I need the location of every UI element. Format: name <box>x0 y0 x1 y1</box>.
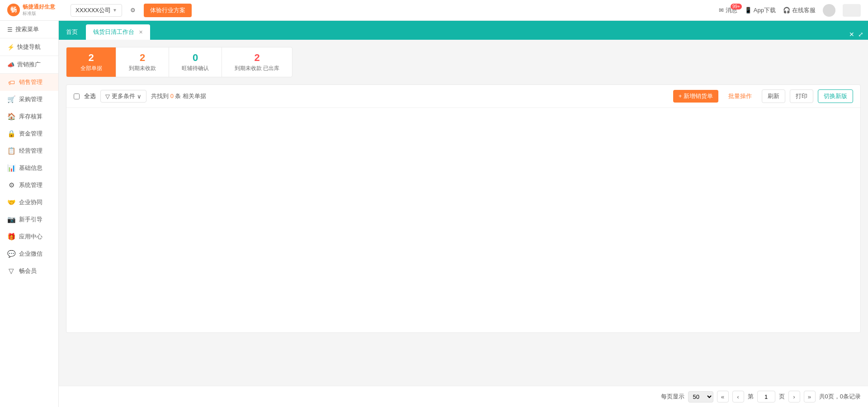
enterprise-icon: 🤝 <box>7 198 15 206</box>
sidebar-item-enterprise[interactable]: 🤝 企业协同 <box>0 194 58 211</box>
toolbar-left: 全选 ▽ 更多条件 ∨ 共找到 0 条 相关单据 <box>74 90 668 103</box>
quick-nav-icon: ⚡ <box>7 44 14 51</box>
stats-tab-overdue[interactable]: 2 到期未收款 <box>116 47 169 77</box>
app-icon: 📱 <box>745 7 752 14</box>
logo-line2: 标准版 <box>23 10 55 17</box>
marketing-btn[interactable]: 📣 营销推广 <box>0 56 58 74</box>
page-label: 第 <box>748 393 754 401</box>
service-icon: 🎧 <box>783 7 790 14</box>
logo-line1: 畅捷通好生意 <box>23 4 55 10</box>
refresh-btn[interactable]: 刷新 <box>762 89 785 103</box>
chevron-icon: ∨ <box>137 93 142 100</box>
switch-version-btn[interactable]: 切换新版 <box>818 89 853 103</box>
apps-icon: 🎁 <box>7 233 15 241</box>
company-name: XXXXXX公司 <box>75 6 111 14</box>
sidebar-item-operations[interactable]: 📋 经营管理 <box>0 142 58 159</box>
sidebar-item-wechat[interactable]: 💬 企业微信 <box>0 245 58 262</box>
top-header: 畅 畅捷通好生意 标准版 XXXXXX公司 ▼ ⚙ 体验行业方案 ✉ 消息 99… <box>0 0 868 21</box>
sidebar-item-finance[interactable]: 🔒 资金管理 <box>0 125 58 142</box>
trial-button[interactable]: 体验行业方案 <box>144 4 192 17</box>
first-page-btn[interactable]: « <box>717 391 729 402</box>
stats-shipped-label: 到期未收款 已出库 <box>235 65 279 72</box>
pagination-bar: 每页显示 50 20 100 « ‹ 第 页 › » 共0页，0条记录 <box>59 386 868 407</box>
stats-tab-shipped[interactable]: 2 到期未收款 已出库 <box>222 47 292 77</box>
guide-icon: 📷 <box>7 215 15 224</box>
marketing-icon: 📣 <box>7 61 14 68</box>
search-icon: ☰ <box>7 26 13 33</box>
message-icon: ✉ <box>719 7 724 14</box>
tab-expand-btn[interactable]: ⤢ <box>858 31 863 38</box>
online-service-button[interactable]: 🎧 在线客服 <box>783 6 816 14</box>
member-icon: ▽ <box>7 267 15 275</box>
tab-home[interactable]: 首页 <box>59 24 85 40</box>
chevron-down-icon: ▼ <box>113 8 117 13</box>
main-content: 2 全部单据 2 到期未收款 0 旺辅待确认 2 到期未收款 已出库 全选 ▽ … <box>59 40 868 407</box>
search-menu-btn[interactable]: ☰ 搜索菜单 <box>0 21 58 38</box>
stats-all-label: 全部单据 <box>79 65 103 72</box>
tab-close-window-btn[interactable]: ✕ <box>849 31 854 38</box>
page-input[interactable] <box>757 391 775 402</box>
sidebar-item-system[interactable]: ⚙ 系统管理 <box>0 177 58 194</box>
stats-tab-wangfu[interactable]: 0 旺辅待确认 <box>169 47 222 77</box>
content-panel: 全选 ▽ 更多条件 ∨ 共找到 0 条 相关单据 + 新增销货单 批量操作 刷新… <box>66 84 861 333</box>
sidebar-item-guide[interactable]: 📷 新手引导 <box>0 211 58 228</box>
stats-wangfu-num: 0 <box>182 52 209 64</box>
select-all-label: 全选 <box>84 92 96 100</box>
purchase-icon: 🛒 <box>7 95 15 103</box>
sidebar-item-member[interactable]: ▽ 畅会员 <box>0 262 58 280</box>
stats-tab-all[interactable]: 2 全部单据 <box>66 47 116 77</box>
sidebar-item-basics[interactable]: 📊 基础信息 <box>0 159 58 177</box>
prev-page-btn[interactable]: ‹ <box>732 391 744 402</box>
batch-btn[interactable]: 批量操作 <box>723 90 757 103</box>
stats-tabs: 2 全部单据 2 到期未收款 0 旺辅待确认 2 到期未收款 已出库 <box>66 47 292 77</box>
finance-icon: 🔒 <box>7 130 15 138</box>
settings-button[interactable]: ⚙ <box>127 4 139 17</box>
wechat-icon: 💬 <box>7 250 15 258</box>
sidebar-item-apps[interactable]: 🎁 应用中心 <box>0 228 58 245</box>
sidebar-item-inventory[interactable]: 🏠 库存核算 <box>0 108 58 125</box>
avatar[interactable] <box>823 4 835 17</box>
message-button[interactable]: ✉ 消息 99+ <box>719 6 737 14</box>
per-page-label: 每页显示 <box>661 393 684 401</box>
logo-icon: 畅 <box>7 4 20 16</box>
next-page-btn[interactable]: › <box>788 391 800 402</box>
gear-icon: ⚙ <box>130 7 136 14</box>
nav-tabs-right: ✕ ⤢ <box>849 31 868 40</box>
company-selector[interactable]: XXXXXX公司 ▼ <box>71 4 122 17</box>
tab-workbench[interactable]: 钱货日清工作台 ✕ <box>86 24 150 40</box>
quick-nav-btn[interactable]: ⚡ 快捷导航 <box>0 38 58 56</box>
header-right: ✉ 消息 99+ 📱 App下载 🎧 在线客服 <box>719 4 861 17</box>
empty-area <box>66 108 860 316</box>
more-conditions-btn[interactable]: ▽ 更多条件 ∨ <box>100 90 146 103</box>
total-text: 共0页，0条记录 <box>819 393 861 401</box>
sales-icon: 🏷 <box>7 78 15 86</box>
stats-overdue-label: 到期未收款 <box>129 65 156 72</box>
system-icon: ⚙ <box>7 181 15 189</box>
stats-wangfu-label: 旺辅待确认 <box>182 65 209 72</box>
filter-icon: ▽ <box>105 93 110 100</box>
logo-area: 畅 畅捷通好生意 标准版 <box>7 4 66 16</box>
last-page-btn[interactable]: » <box>804 391 816 402</box>
toolbar-right: + 新增销货单 批量操作 刷新 打印 切换新版 <box>673 89 853 103</box>
per-page-select[interactable]: 50 20 100 <box>688 391 713 402</box>
operations-icon: 📋 <box>7 147 15 155</box>
print-btn[interactable]: 打印 <box>790 89 813 103</box>
found-text: 共找到 0 条 相关单据 <box>151 92 206 100</box>
app-download-button[interactable]: 📱 App下载 <box>745 6 776 14</box>
nav-tabs: 首页 钱货日清工作台 ✕ ✕ ⤢ <box>59 21 868 40</box>
stats-overdue-num: 2 <box>129 52 156 64</box>
sidebar-item-purchase[interactable]: 🛒 采购管理 <box>0 91 58 108</box>
message-badge: 99+ <box>731 4 742 9</box>
sidebar-item-sales[interactable]: 🏷 销售管理 <box>0 74 58 91</box>
stats-all-num: 2 <box>79 52 103 64</box>
page-suffix: 页 <box>779 393 785 401</box>
found-num: 0 <box>170 93 174 99</box>
select-all-checkbox[interactable] <box>74 94 80 99</box>
add-sales-btn[interactable]: + 新增销货单 <box>673 90 718 103</box>
sidebar: ☰ 搜索菜单 ⚡ 快捷导航 📣 营销推广 🏷 销售管理 🛒 采购管理 🏠 库存核… <box>0 0 59 407</box>
toolbar: 全选 ▽ 更多条件 ∨ 共找到 0 条 相关单据 + 新增销货单 批量操作 刷新… <box>66 85 860 108</box>
basics-icon: 📊 <box>7 164 15 172</box>
stats-shipped-num: 2 <box>235 52 279 64</box>
user-info[interactable] <box>843 4 861 17</box>
tab-close-icon[interactable]: ✕ <box>139 29 143 35</box>
